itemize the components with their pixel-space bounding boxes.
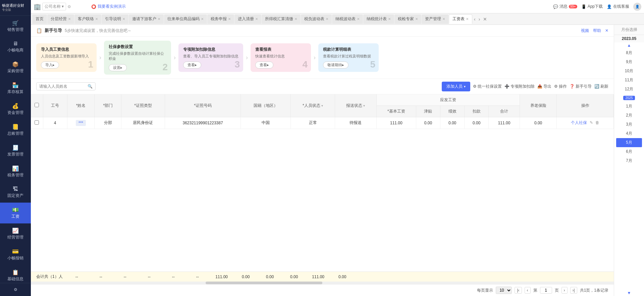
toolbar-action-5[interactable]: 🔄刷新 <box>594 84 608 89</box>
tab-close-tax-report[interactable]: ✕ <box>228 17 231 21</box>
topbar-settings-icon[interactable]: ⚙ <box>67 4 71 9</box>
tab-tax-expert[interactable]: 税检专家✕ <box>394 14 421 24</box>
guide-help-btn[interactable]: 帮助 <box>593 28 601 34</box>
sidebar-item-payroll[interactable]: 💵工资 <box>0 203 31 223</box>
month-item-11[interactable]: 6月 <box>614 147 644 156</box>
last-page-btn[interactable]: ›| <box>570 287 577 294</box>
horizontal-scrollbar[interactable] <box>31 282 614 284</box>
step-btn-5[interactable]: 敬请期待▸ <box>323 61 348 69</box>
tab-close-tax-stats3[interactable]: ✕ <box>388 17 391 21</box>
toolbar-action-0[interactable]: ⚙统一社保设置 <box>473 84 502 89</box>
tab-close-tax-expert[interactable]: ✕ <box>415 17 418 21</box>
tab-assets[interactable]: 资产管理✕ <box>422 14 448 24</box>
next-page-btn[interactable]: › <box>561 287 568 294</box>
tab-close-tax-exemption[interactable]: ✕ <box>326 17 328 21</box>
toolbar-action-1[interactable]: ➕专项附加扣除 <box>504 84 535 89</box>
month-item-6[interactable]: 1月 <box>614 102 644 111</box>
prev-page-btn[interactable]: ‹ <box>525 287 531 294</box>
step-btn-1[interactable]: 导入▸ <box>41 61 59 69</box>
sidebar-settings-btn[interactable]: ⚙ <box>0 283 31 296</box>
row-checkbox[interactable] <box>35 120 39 125</box>
tab-tax-stats2[interactable]: 纳税波动表✕ <box>332 14 363 24</box>
sidebar-item-basic[interactable]: 📋基础信息 <box>0 265 31 283</box>
toolbar-action-3[interactable]: ⚙操作 <box>554 84 567 89</box>
month-item-12[interactable]: 7月 <box>614 156 644 165</box>
add-person-btn[interactable]: 添加人员 ▾ <box>442 82 470 91</box>
search-input[interactable] <box>39 84 86 89</box>
month-item-1[interactable]: 9月 <box>614 57 644 67</box>
topbar-company[interactable]: 公司名称 ▾ <box>42 3 66 10</box>
tab-close-customer[interactable]: ✕ <box>95 17 98 21</box>
month-item-10[interactable]: 5月 <box>616 138 642 147</box>
select-all-checkbox[interactable] <box>35 103 39 107</box>
step-btn-2[interactable]: 设置▸ <box>109 64 127 71</box>
tab-tax-calc[interactable]: 所得税汇算清缴✕ <box>262 14 301 24</box>
tabs-prev-btn[interactable]: ‹ <box>473 16 477 22</box>
sidebar-item-sales[interactable]: 🛒销售管理 <box>0 16 31 37</box>
search-box[interactable]: 🔍 <box>36 82 96 90</box>
month-item-0[interactable]: 8月 <box>614 48 644 57</box>
sidebar-item-tax[interactable]: 📊税务管理 <box>0 161 31 182</box>
status-filter-icon[interactable]: ▾ <box>321 104 323 108</box>
tab-tax-stats3[interactable]: 纳税统计表✕ <box>363 14 394 24</box>
tab-home[interactable]: 首页 <box>32 14 47 24</box>
step-btn-4[interactable]: 查看▸ <box>255 61 273 69</box>
month-item-8[interactable]: 3月 <box>614 120 644 129</box>
tab-close-payroll[interactable]: ✕ <box>466 17 469 21</box>
messages-btn[interactable]: 💬 消息 99+ <box>553 4 577 9</box>
sidebar-item-fixed-assets[interactable]: 🏗固定资产 <box>0 182 31 203</box>
online-service-btn[interactable]: 👤 在线客服 <box>607 4 629 9</box>
tabs-next-btn[interactable]: › <box>477 16 482 22</box>
month-next-btn[interactable]: ▼ <box>614 290 644 296</box>
tab-close-partition[interactable]: ✕ <box>68 17 71 21</box>
sidebar-item-purchase[interactable]: 📦采购管理 <box>0 57 31 78</box>
sidebar-item-finance[interactable]: 💰资金管理 <box>0 99 31 120</box>
tab-customer[interactable]: 客户联络✕ <box>74 14 101 24</box>
tab-tax-report[interactable]: 税务申报✕ <box>207 14 234 24</box>
tab-close-clear[interactable]: ✕ <box>255 17 258 21</box>
tab-guide[interactable]: 引导说明✕ <box>102 14 128 24</box>
topbar-demo-btn[interactable]: ⭕ 我要看实例演示 <box>89 4 128 9</box>
guide-close-btn[interactable]: ✕ <box>605 28 608 33</box>
tab-close-tax-calc[interactable]: ✕ <box>294 17 297 21</box>
page-input[interactable] <box>540 287 552 294</box>
app-download-btn[interactable]: 📱 App下载 <box>581 4 603 9</box>
user-avatar[interactable]: 👤 <box>633 3 641 11</box>
tab-close-invite[interactable]: ✕ <box>158 17 160 21</box>
sidebar-item-marketing[interactable]: 💳小畅报销 <box>0 244 31 265</box>
tab-payroll[interactable]: 工资表✕ <box>449 14 472 24</box>
tab-clear[interactable]: 进入清册✕ <box>234 14 261 24</box>
tabs-close-all-btn[interactable]: ✕ <box>482 16 488 22</box>
per-page-select[interactable]: 10 20 50 <box>496 287 512 294</box>
month-item-7[interactable]: 2月 <box>614 111 644 120</box>
toolbar-action-2[interactable]: 📤导出 <box>537 84 551 89</box>
month-item-4[interactable]: 12月 <box>614 85 644 94</box>
sidebar-item-inventory[interactable]: 🏪库存核算 <box>0 78 31 99</box>
sidebar-item-invoice[interactable]: 🧾发票管理 <box>0 140 31 161</box>
sidebar-item-operations[interactable]: 📈经营管理 <box>0 223 31 244</box>
guide-video-btn[interactable]: 视频 <box>581 28 589 34</box>
tab-product-code[interactable]: 往来单位商品编码✕ <box>164 14 207 24</box>
tab-close-guide[interactable]: ✕ <box>122 17 125 21</box>
first-page-btn[interactable]: |‹ <box>515 287 522 294</box>
sidebar-item-ecommerce[interactable]: 🖥小畅电商 <box>0 37 31 57</box>
row-op-social[interactable]: 个人社保 <box>571 120 587 125</box>
month-item-2[interactable]: 10月 <box>614 67 644 76</box>
tab-close-product-code[interactable]: ✕ <box>201 17 204 21</box>
row-op-edit-icon[interactable]: ✎ <box>590 120 593 125</box>
month-item-9[interactable]: 4月 <box>614 129 644 138</box>
row-name-link[interactable]: *** <box>76 120 86 126</box>
tab-close-assets[interactable]: ✕ <box>442 17 445 21</box>
month-prev-btn[interactable]: ▲ <box>614 42 644 48</box>
toolbar-action-4[interactable]: ❓新手引导 <box>570 84 592 89</box>
tab-close-tax-stats2[interactable]: ✕ <box>357 17 360 21</box>
report-filter-icon[interactable]: ▾ <box>363 104 365 108</box>
tab-invite[interactable]: 邀请下游客户✕ <box>129 14 164 24</box>
month-item-3[interactable]: 11月 <box>614 76 644 85</box>
sidebar-item-ledger[interactable]: 📒总账管理 <box>0 120 31 140</box>
tab-partition[interactable]: 分层经营✕ <box>47 14 74 24</box>
step-btn-3[interactable]: 查看▸ <box>183 61 201 69</box>
row-op-delete-icon[interactable]: 🗑 <box>595 120 599 125</box>
search-icon[interactable]: 🔍 <box>88 84 93 89</box>
tab-tax-exemption[interactable]: 税负波动表✕ <box>301 14 332 24</box>
